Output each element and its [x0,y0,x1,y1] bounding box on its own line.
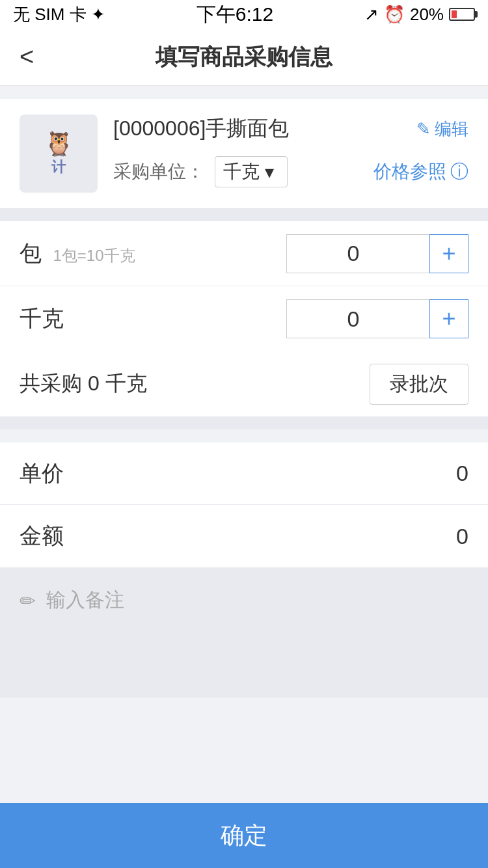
product-unit-row: 采购单位： 千克 ▾ 价格参照 ⓘ [113,156,468,187]
total-text: 共采购 0 千克 [20,370,147,398]
unit-price-value: 0 [456,461,468,486]
amount-label: 金额 [20,521,64,551]
bag-label: 包 1包=10千克 [20,239,135,269]
unit-price-label: 单价 [20,459,64,489]
pencil-icon: ✏ [20,590,36,612]
remark-placeholder: 输入备注 [46,587,124,614]
nav-icon: ↗ [364,5,379,25]
product-logo: 🦉 计 [44,130,74,177]
unit-label: 采购单位： [113,159,204,184]
kg-input-control: + [286,299,468,338]
battery-icon [449,8,475,21]
status-bar: 无 SIM 卡 ✦ 下午6:12 ↗ ⏰ 20% [0,0,488,29]
nav-bar: < 填写商品采购信息 [0,29,488,86]
page-title: 填写商品采购信息 [156,42,332,72]
batch-button[interactable]: 录批次 [370,364,468,405]
unit-select[interactable]: 千克 ▾ [215,156,288,187]
edit-button[interactable]: ✎ 编辑 [416,118,468,141]
status-right: ↗ ⏰ 20% [364,5,475,25]
edit-icon: ✎ [416,119,431,139]
bag-sublabel: 1包=10千克 [53,247,135,264]
section-divider-2 [0,416,488,429]
logo-owl-icon: 🦉 [44,130,74,157]
status-time: 下午6:12 [197,1,273,28]
section-divider-1 [0,208,488,221]
kg-input-row: 千克 + [0,286,488,351]
kg-quantity-input[interactable] [286,299,429,338]
kg-plus-button[interactable]: + [429,299,468,338]
amount-value: 0 [456,524,468,549]
bag-input-control: + [286,234,468,273]
chevron-down-icon: ▾ [265,161,274,183]
battery-percent: 20% [410,5,444,25]
kg-label: 千克 [20,304,64,334]
product-name-row: [0000006]手撕面包 ✎ 编辑 [113,115,468,143]
total-amount: 0 [88,372,100,395]
help-icon: ⓘ [450,159,468,184]
product-card: 🦉 计 [0000006]手撕面包 ✎ 编辑 采购单位： 千克 ▾ [0,99,488,208]
back-button[interactable]: < [20,43,34,71]
remark-section[interactable]: ✏ 输入备注 [0,567,488,698]
logo-text: 计 [51,157,66,177]
status-left: 无 SIM 卡 ✦ [13,3,105,26]
total-row: 共采购 0 千克 录批次 [0,351,488,416]
product-image: 🦉 计 [20,115,98,193]
sim-label: 无 SIM 卡 ✦ [13,3,105,26]
product-name: [0000006]手撕面包 [113,115,289,143]
bag-input-row: 包 1包=10千克 + [0,221,488,286]
price-section: 单价 0 金额 0 [0,442,488,567]
bag-plus-button[interactable]: + [429,234,468,273]
unit-price-row: 单价 0 [0,442,488,505]
amount-row: 金额 0 [0,505,488,567]
bag-quantity-input[interactable] [286,234,429,273]
price-ref-button[interactable]: 价格参照 ⓘ [373,159,468,184]
input-section: 包 1包=10千克 + 千克 + [0,221,488,351]
alarm-icon: ⏰ [384,5,405,25]
confirm-button[interactable]: 确定 [0,803,488,868]
product-info: [0000006]手撕面包 ✎ 编辑 采购单位： 千克 ▾ 价格参照 ⓘ [113,115,468,187]
